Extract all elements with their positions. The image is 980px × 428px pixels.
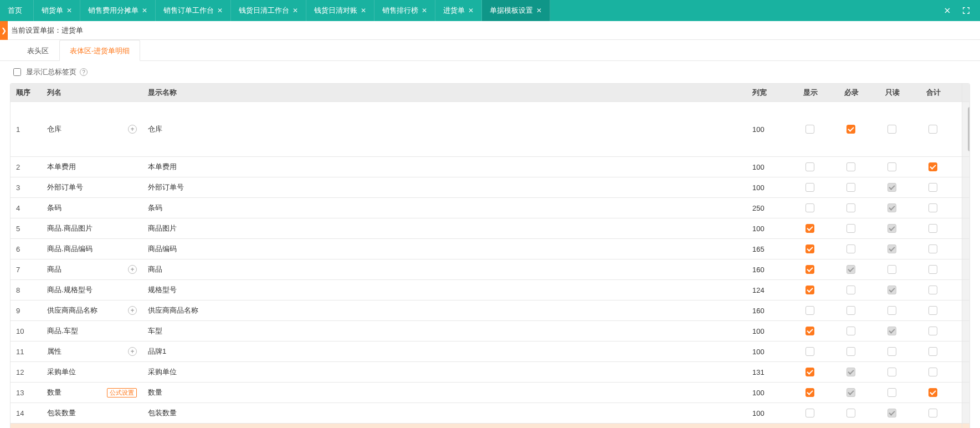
chk-show[interactable] [805, 244, 814, 253]
chk-readonly[interactable] [887, 368, 896, 376]
chk-show[interactable] [805, 368, 814, 376]
add-child-button[interactable]: + [128, 306, 137, 315]
tab-close-icon[interactable]: ✕ [422, 7, 427, 14]
chk-show[interactable] [805, 409, 814, 417]
chk-readonly[interactable] [887, 347, 896, 356]
tab-0[interactable]: 首页✕ [0, 0, 34, 21]
table-row[interactable]: 13数量公式设置数量100 [11, 383, 969, 403]
chk-required[interactable] [846, 244, 855, 253]
cell-display-name[interactable]: 外部订单号 [142, 177, 747, 198]
cell-display-name[interactable]: 供应商商品名称 [142, 300, 747, 321]
chk-required[interactable] [846, 224, 855, 233]
tab-close-icon[interactable]: ✕ [468, 7, 474, 14]
chk-show[interactable] [805, 265, 814, 274]
fullscreen-button[interactable] [957, 0, 976, 21]
cell-width[interactable]: 124 [747, 280, 798, 300]
tab-close-icon[interactable]: ✕ [217, 7, 223, 14]
add-child-button[interactable]: + [128, 347, 137, 356]
sub-tab-1[interactable]: 表体区-进货单明细 [59, 40, 140, 61]
chk-required[interactable] [846, 183, 855, 192]
tab-6[interactable]: 销售排行榜✕ [374, 0, 435, 21]
cell-width[interactable]: 160 [747, 259, 798, 280]
col-seq[interactable]: 顺序 [11, 84, 42, 102]
col-req[interactable]: 必录 [839, 84, 880, 102]
cell-display-name[interactable]: 采购单位 [142, 362, 747, 383]
chk-sum[interactable] [928, 347, 937, 356]
chk-sum[interactable] [928, 409, 937, 417]
table-row[interactable]: 6商品.商品编码商品编码165 [11, 239, 969, 259]
cell-width[interactable]: 100 [747, 403, 798, 424]
table-row[interactable]: 15单位2单位2100 [11, 424, 969, 429]
col-width[interactable]: 列宽 [747, 84, 798, 102]
cell-display-name[interactable]: 商品图片 [142, 218, 747, 239]
cell-width[interactable]: 165 [747, 239, 798, 259]
cell-width[interactable]: 100 [747, 157, 798, 177]
cell-width[interactable]: 100 [747, 218, 798, 239]
cell-display-name[interactable]: 包装数量 [142, 403, 747, 424]
tab-close-icon[interactable]: ✕ [536, 7, 542, 14]
tab-close-icon[interactable]: ✕ [361, 7, 366, 14]
table-row[interactable]: 1仓库+仓库100 [11, 102, 969, 157]
chk-sum[interactable] [928, 306, 937, 315]
cell-width[interactable]: 250 [747, 198, 798, 218]
table-row[interactable]: 9供应商商品名称+供应商商品名称160 [11, 300, 969, 321]
table-row[interactable]: 3外部订单号外部订单号100 [11, 177, 969, 198]
tab-close-icon[interactable]: ✕ [66, 7, 72, 14]
scrollbar-thumb[interactable] [968, 107, 971, 151]
chk-sum[interactable] [928, 183, 937, 192]
col-sum[interactable]: 合计 [921, 84, 962, 102]
chk-show[interactable] [805, 388, 814, 397]
tab-8[interactable]: 单据模板设置✕ [482, 0, 550, 21]
table-row[interactable]: 2本单费用本单费用100 [11, 157, 969, 177]
cell-display-name[interactable]: 品牌1 [142, 342, 747, 362]
table-row[interactable]: 4条码条码250 [11, 198, 969, 218]
chk-sum[interactable] [928, 388, 937, 397]
chk-sum[interactable] [928, 368, 937, 376]
formula-tag[interactable]: 公式设置 [107, 388, 137, 398]
tab-1[interactable]: 销货单✕ [34, 0, 80, 21]
cell-width[interactable]: 100 [747, 383, 798, 403]
chk-required[interactable] [846, 203, 855, 212]
cell-width[interactable]: 131 [747, 362, 798, 383]
help-icon[interactable]: ? [80, 68, 88, 76]
chk-show[interactable] [805, 327, 814, 335]
col-ro[interactable]: 只读 [880, 84, 921, 102]
chk-readonly[interactable] [887, 265, 896, 274]
sub-tab-0[interactable]: 表头区 [17, 40, 59, 61]
cell-display-name[interactable]: 本单费用 [142, 157, 747, 177]
chk-required[interactable] [846, 327, 855, 335]
table-row[interactable]: 12采购单位采购单位131 [11, 362, 969, 383]
cell-width[interactable]: 100 [747, 424, 798, 429]
cell-display-name[interactable]: 车型 [142, 321, 747, 342]
tab-3[interactable]: 销售订单工作台✕ [156, 0, 231, 21]
col-show[interactable]: 显示 [798, 84, 839, 102]
chk-show[interactable] [805, 183, 814, 192]
chk-readonly[interactable] [887, 306, 896, 315]
add-child-button[interactable]: + [128, 125, 137, 134]
chk-show[interactable] [805, 125, 814, 134]
cell-display-name[interactable]: 单位2 [142, 424, 747, 429]
cell-display-name[interactable]: 规格型号 [142, 280, 747, 300]
chk-required[interactable] [846, 347, 855, 356]
chk-required[interactable] [846, 409, 855, 417]
cell-width[interactable]: 100 [747, 102, 798, 157]
chk-readonly[interactable] [887, 162, 896, 171]
table-row[interactable]: 5商品.商品图片商品图片100 [11, 218, 969, 239]
table-row[interactable]: 14包装数量包装数量100 [11, 403, 969, 424]
chk-sum[interactable] [928, 286, 937, 294]
cell-width[interactable]: 100 [747, 342, 798, 362]
chk-show[interactable] [805, 224, 814, 233]
chk-readonly[interactable] [887, 388, 896, 397]
cell-display-name[interactable]: 仓库 [142, 102, 747, 157]
tab-4[interactable]: 钱货日清工作台✕ [231, 0, 306, 21]
chk-sum[interactable] [928, 162, 937, 171]
tab-5[interactable]: 钱货日清对账✕ [306, 0, 374, 21]
chk-show[interactable] [805, 286, 814, 294]
table-row[interactable]: 7商品+商品160 [11, 259, 969, 280]
show-summary-tab-checkbox[interactable] [13, 68, 21, 76]
cell-width[interactable]: 160 [747, 300, 798, 321]
chk-show[interactable] [805, 203, 814, 212]
chk-required[interactable] [846, 125, 855, 134]
chk-sum[interactable] [928, 203, 937, 212]
context-chevron-icon[interactable]: ❯ [0, 21, 8, 40]
